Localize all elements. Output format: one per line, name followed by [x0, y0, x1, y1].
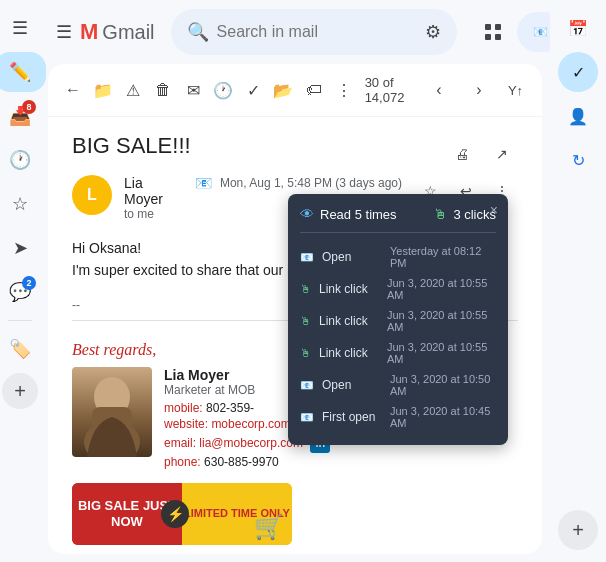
prev-email-button[interactable]: ‹	[421, 72, 457, 108]
clock-icon-btn[interactable]: 🕐	[0, 140, 40, 180]
cursor-icon: 🖱	[433, 206, 447, 222]
compose-button[interactable]: ✏️	[0, 52, 46, 92]
rs-sync-btn[interactable]: ↻	[558, 140, 598, 180]
gmail-text: Gmail	[102, 21, 154, 44]
move-button[interactable]: 📂	[270, 72, 296, 108]
email-date: Mon, Aug 1, 5:48 PM (3 days ago)	[220, 176, 402, 190]
pagination-text: 30 of 14,072	[365, 75, 417, 105]
main-content: ☰ M Gmail 🔍 ⚙ 📧 ❓ ⚙️	[40, 0, 550, 562]
more-button[interactable]: ⋮	[331, 72, 357, 108]
top-bar: ☰ M Gmail 🔍 ⚙ 📧 ❓ ⚙️	[40, 0, 550, 64]
rs-tasks-btn[interactable]: ✓	[558, 52, 598, 92]
tooltip-header: 👁 Read 5 times 🖱 3 clicks	[300, 206, 496, 222]
row-date: Yesterday at 08:12 PM	[390, 245, 496, 269]
sidebar-divider	[8, 320, 32, 321]
rs-contacts-btn[interactable]: 👤	[558, 96, 598, 136]
send-icon-btn[interactable]: ➤	[0, 228, 40, 268]
cart-icon: 🛒	[254, 513, 284, 541]
gmail-logo: M Gmail	[80, 19, 155, 45]
tooltip-row: 🖱 Link click Jun 3, 2020 at 10:55 AM	[300, 337, 496, 369]
sig-email-label: email:	[164, 436, 196, 450]
task-button[interactable]: ✓	[240, 72, 266, 108]
chat-badge: 2	[22, 276, 36, 290]
reads-stat: 👁 Read 5 times	[300, 206, 397, 222]
rs-add-button[interactable]: +	[558, 510, 598, 550]
add-label-button[interactable]: +	[2, 373, 38, 409]
tooltip-row: 📧 First open Jun 3, 2020 at 10:45 AM	[300, 401, 496, 433]
open-row-icon: 📧	[300, 379, 314, 392]
next-email-button[interactable]: ›	[461, 72, 497, 108]
inbox-badge: 8	[22, 100, 36, 114]
eye-icon: 👁	[300, 206, 314, 222]
filter-icon[interactable]: ⚙	[425, 21, 441, 43]
tracking-icon-btn[interactable]: 📧	[517, 12, 550, 52]
archive-button[interactable]: 📁	[90, 72, 116, 108]
sender-avatar: L	[72, 175, 112, 215]
signature-photo	[72, 367, 152, 457]
gmail-m-icon: M	[80, 19, 98, 45]
search-input[interactable]	[217, 23, 417, 41]
left-sidebar: ☰ ✏️ 📥 8 🕐 ☆ ➤ 💬 2 🏷️ +	[0, 0, 40, 562]
tooltip-row: 📧 Open Yesterday at 08:12 PM	[300, 241, 496, 273]
open-row-icon: 📧	[300, 251, 314, 264]
sig-mobile-label: mobile:	[164, 401, 203, 415]
search-bar[interactable]: 🔍 ⚙	[171, 9, 457, 55]
sig-phone: phone: 630-885-9970	[164, 455, 330, 469]
label-button[interactable]: 🏷	[301, 72, 327, 108]
signature-photo-inner	[72, 367, 152, 457]
row-date: Jun 3, 2020 at 10:50 AM	[390, 373, 496, 397]
pagination-arrows: ‹ ›	[421, 72, 497, 108]
menu-hamburger[interactable]: ☰	[56, 12, 72, 52]
hamburger-menu[interactable]: ☰	[0, 8, 40, 48]
click-row-icon: 🖱	[300, 283, 311, 295]
label-icon: 🏷️	[9, 338, 31, 360]
spam-button[interactable]: ⚠	[120, 72, 146, 108]
print-button[interactable]: 🖨	[446, 138, 478, 170]
sender-info: Lia Moyer to me	[124, 175, 183, 221]
banner-right: LIMITED TIME ONLY 🛒	[182, 483, 292, 545]
inbox-icon-btn[interactable]: 📥 8	[0, 96, 40, 136]
sort-button[interactable]: Y↑	[501, 72, 530, 108]
snooze-button[interactable]: 🕐	[210, 72, 236, 108]
banner-circle-icon: ⚡	[161, 500, 189, 528]
apps-icon-btn[interactable]	[473, 12, 513, 52]
tooltip-row: 🖱 Link click Jun 3, 2020 at 10:55 AM	[300, 305, 496, 337]
label-icon-btn[interactable]: 🏷️	[0, 329, 40, 369]
svg-rect-2	[485, 34, 491, 40]
top-icons: 📧 ❓ ⚙️ O	[473, 12, 550, 52]
tooltip-close-button[interactable]: ×	[490, 202, 498, 218]
star-icon-btn[interactable]: ☆	[0, 184, 40, 224]
external-link-button[interactable]: ↗	[486, 138, 518, 170]
email-icon-btn[interactable]: ✉	[180, 72, 206, 108]
reply-actions: ↩ Reply ↪ Forward	[72, 545, 518, 554]
row-label: Link click	[319, 314, 379, 328]
sale-banner: BIG SALE JUST NOW ⚡ LIMITED TIME ONLY 🛒	[72, 483, 292, 545]
tooltip-row: 📧 Open Jun 3, 2020 at 10:50 AM	[300, 369, 496, 401]
sig-website-value: mobecorp.com	[211, 417, 290, 431]
row-label: Open	[322, 378, 382, 392]
pencil-icon: ✏️	[9, 61, 31, 83]
sig-phone-value: 630-885-9970	[204, 455, 279, 469]
rs-calendar-btn[interactable]: 📅	[558, 8, 598, 48]
tooltip-divider	[300, 232, 496, 233]
row-label: Open	[322, 250, 382, 264]
click-row-icon: 🖱	[300, 347, 311, 359]
tooltip-row: 🖱 Link click Jun 3, 2020 at 10:55 AM	[300, 273, 496, 305]
star-icon: ☆	[12, 193, 28, 215]
svg-rect-3	[495, 34, 501, 40]
row-date: Jun 3, 2020 at 10:55 AM	[387, 309, 496, 333]
row-label: Link click	[319, 282, 379, 296]
email-meta: 📧 Mon, Aug 1, 5:48 PM (3 days ago)	[195, 175, 402, 191]
apps-icon	[483, 22, 503, 42]
sig-mobile-value: 802-359-	[206, 401, 254, 415]
back-button[interactable]: ←	[60, 72, 86, 108]
row-date: Jun 3, 2020 at 10:55 AM	[387, 341, 496, 365]
sig-phone-label: phone:	[164, 455, 201, 469]
chat-icon-btn[interactable]: 💬 2	[0, 272, 40, 312]
open-row-icon: 📧	[300, 411, 314, 424]
tracker-indicator: 📧	[195, 175, 212, 191]
person-silhouette	[72, 367, 152, 457]
delete-button[interactable]: 🗑	[150, 72, 176, 108]
search-icon: 🔍	[187, 21, 209, 43]
sender-to: to me	[124, 207, 183, 221]
